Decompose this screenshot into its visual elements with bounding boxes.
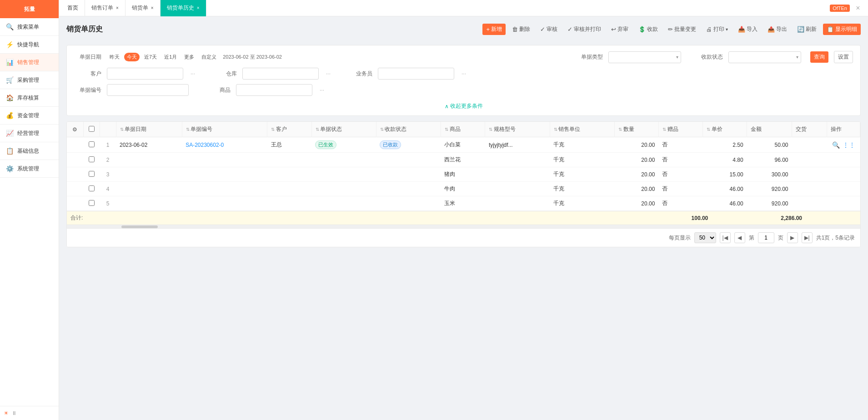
th-customer[interactable]: 客户	[267, 122, 311, 137]
goods-input[interactable]	[236, 84, 312, 96]
view-icon-0[interactable]: 🔍	[832, 141, 840, 149]
td-rownum-0: 1	[100, 137, 116, 153]
row-checkbox-2[interactable]	[89, 171, 95, 177]
td-checkbox-2[interactable]	[83, 167, 100, 182]
more-shortcut[interactable]: 更多	[181, 53, 197, 61]
tab-close-sales-history[interactable]: ×	[197, 5, 200, 10]
show-detail-button[interactable]: 📋 显示明细	[823, 24, 861, 35]
lightning-icon: ⚡	[5, 40, 14, 49]
customer-ellipsis[interactable]: ···	[191, 70, 195, 77]
th-doc-date[interactable]: 单据日期	[116, 122, 182, 137]
td-docno-3[interactable]	[182, 182, 267, 196]
yesterday-shortcut[interactable]: 昨天	[107, 53, 122, 61]
sidebar-item-basic-info[interactable]: 📋 基础信息	[0, 142, 59, 160]
collect-status-badge-0: 已收款	[380, 140, 401, 149]
print-dropdown-icon: ▾	[726, 27, 728, 32]
collect-button[interactable]: 💲 收款	[635, 24, 662, 35]
tab-home[interactable]: 首页	[61, 0, 85, 16]
warehouse-ellipsis[interactable]: ···	[326, 70, 331, 77]
last7days-shortcut[interactable]: 近7天	[141, 53, 160, 61]
prev-page-button[interactable]: ◀	[734, 232, 745, 243]
row-checkbox-4[interactable]	[89, 200, 95, 206]
import-button[interactable]: 📥 导入	[734, 24, 761, 35]
th-collect-status[interactable]: 收款状态	[376, 122, 441, 137]
page-number-input[interactable]	[758, 232, 774, 243]
th-settings[interactable]: ⚙	[67, 122, 83, 137]
th-spec-type[interactable]: 规格型号	[485, 122, 550, 137]
today-shortcut[interactable]: 今天	[124, 53, 140, 61]
td-docno-1[interactable]	[182, 153, 267, 167]
last1month-shortcut[interactable]: 近1月	[161, 53, 180, 61]
sidebar-item-finance[interactable]: 💰 资金管理	[0, 107, 59, 125]
td-docdate-0: 2023-06-02	[116, 137, 182, 153]
td-qty-0: 20.00	[614, 137, 658, 153]
td-collectstatus-1	[376, 153, 441, 167]
collapse-button[interactable]: ∧ 收起更多条件	[445, 102, 483, 110]
delete-button[interactable]: 🗑 删除	[508, 24, 534, 35]
sidebar-item-inventory[interactable]: 🏠 库存核算	[0, 89, 59, 107]
td-checkbox-1[interactable]	[83, 153, 100, 167]
export-button[interactable]: 📤 导出	[764, 24, 791, 35]
td-docno-4[interactable]	[182, 196, 267, 211]
tab-sales-goods[interactable]: 销货单 ×	[125, 0, 161, 16]
tab-close-sales-goods[interactable]: ×	[151, 5, 154, 10]
th-price[interactable]: 单价	[703, 122, 747, 137]
horizontal-scrollbar[interactable]	[67, 225, 860, 228]
sidebar-item-quick-nav[interactable]: ⚡ 快捷导航	[0, 36, 59, 54]
sidebar-item-operations[interactable]: 📈 经营管理	[0, 125, 59, 142]
sidebar-item-sys-mgmt[interactable]: ⚙️ 系统管理	[0, 160, 59, 178]
sidebar-collapse-icon[interactable]: ⏸	[11, 410, 17, 416]
warehouse-input[interactable]	[242, 68, 319, 80]
td-docno-2[interactable]	[182, 167, 267, 182]
print-button[interactable]: 🖨 打印 ▾	[702, 24, 732, 35]
more-icon-0[interactable]: ⋮⋮	[843, 141, 855, 149]
batch-change-button[interactable]: ✏ 批量变更	[664, 24, 700, 35]
th-doc-status[interactable]: 单据状态	[311, 122, 376, 137]
row-checkbox-3[interactable]	[89, 185, 95, 191]
abandon-button[interactable]: ↩ 弃审	[607, 24, 632, 35]
audit-button[interactable]: ✓ 审核	[537, 24, 561, 35]
last-page-button[interactable]: ▶|	[802, 232, 813, 243]
add-button[interactable]: + 新增	[482, 24, 506, 35]
first-page-button[interactable]: |◀	[720, 232, 731, 243]
sidebar-expand-icon[interactable]: ☀	[4, 410, 9, 416]
doc-no-link-0[interactable]: SA-20230602-0	[186, 142, 224, 148]
th-goods[interactable]: 商品	[441, 122, 485, 137]
row-checkbox-0[interactable]	[89, 141, 95, 147]
collect-status-select[interactable]	[728, 51, 801, 63]
query-button[interactable]: 查询	[810, 51, 828, 63]
audit-print-button[interactable]: ✓ 审核并打印	[564, 24, 605, 35]
th-gift[interactable]: 赠品	[658, 122, 702, 137]
doc-type-select[interactable]	[608, 51, 681, 63]
amount-total: 2,286.00	[781, 215, 802, 221]
td-checkbox-3[interactable]	[83, 182, 100, 196]
sidebar-item-sales-mgmt[interactable]: 📊 销售管理	[0, 54, 59, 71]
td-checkbox-4[interactable]	[83, 196, 100, 211]
tab-sales-order[interactable]: 销售订单 ×	[85, 0, 125, 16]
th-qty[interactable]: 数量	[614, 122, 658, 137]
td-spectype-3	[485, 182, 550, 196]
th-doc-no[interactable]: 单据编号	[182, 122, 267, 137]
cart-icon: 🛒	[5, 76, 14, 84]
staff-input[interactable]	[378, 68, 454, 80]
tab-close-sales-order[interactable]: ×	[116, 5, 119, 10]
td-checkbox-0[interactable]	[83, 137, 100, 153]
td-docno-0[interactable]: SA-20230602-0	[182, 137, 267, 153]
customer-input[interactable]	[107, 68, 183, 80]
sidebar-item-purchase-mgmt[interactable]: 🛒 采购管理	[0, 71, 59, 89]
doc-no-input[interactable]	[107, 84, 189, 96]
goods-ellipsis[interactable]: ···	[320, 87, 324, 93]
row-checkbox-1[interactable]	[89, 156, 95, 162]
sidebar-item-search-menu[interactable]: 🔍 搜索菜单	[0, 18, 59, 36]
tab-sales-history[interactable]: 销货单历史 ×	[161, 0, 206, 16]
next-page-button[interactable]: ▶	[787, 232, 798, 243]
th-unit[interactable]: 销售单位	[550, 122, 614, 137]
staff-ellipsis[interactable]: ···	[462, 70, 466, 77]
per-page-select[interactable]: 50	[694, 232, 716, 243]
select-all-checkbox[interactable]	[89, 126, 95, 132]
refresh-button[interactable]: 🔄 刷新	[793, 24, 820, 35]
custom-shortcut[interactable]: 自定义	[199, 53, 219, 61]
settings-button[interactable]: 设置	[834, 51, 853, 63]
th-checkbox[interactable]	[83, 122, 100, 137]
window-close-button[interactable]: ×	[853, 4, 863, 13]
